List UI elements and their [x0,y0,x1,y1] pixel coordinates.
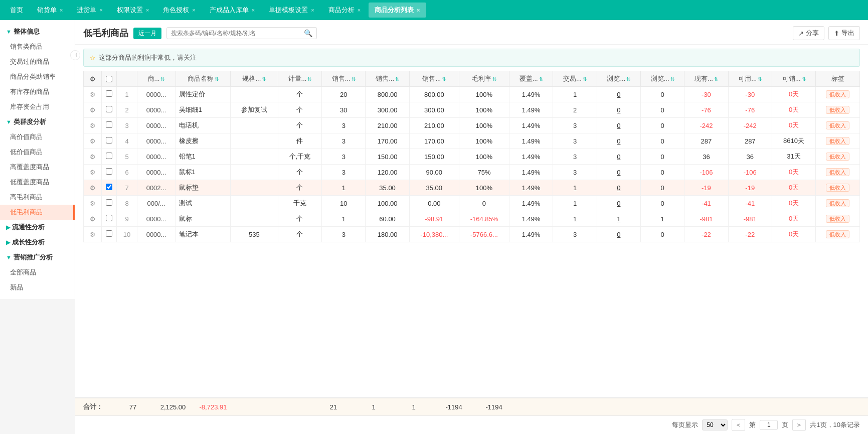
sidebar-item-high-coverage[interactable]: 高覆盖度商品 [0,160,75,175]
nav-close-purchase[interactable]: × [99,7,102,13]
sort-icon-code[interactable]: ⇅ [160,76,164,82]
row-checkbox[interactable] [106,215,112,221]
th-available[interactable]: 可用...⇅ [728,71,772,87]
nav-close-goods-analysis-list[interactable]: × [417,7,420,13]
sidebar-item-low-coverage[interactable]: 低覆盖度商品 [0,175,75,190]
next-page-button[interactable]: ＞ [792,419,806,431]
td-gear[interactable]: ⚙ [84,165,102,180]
sidebar-item-high-value[interactable]: 高价值商品 [0,129,75,144]
prev-page-button[interactable]: ＜ [732,419,745,431]
td-check[interactable] [102,133,117,149]
sidebar-item-high-margin[interactable]: 高毛利商品 [0,190,75,205]
td-name[interactable]: 鼠标垫 [176,180,230,196]
row-checkbox[interactable] [106,199,112,206]
th-sales-qty[interactable]: 销售...⇅ [322,71,366,87]
nav-close-product-in[interactable]: × [252,7,255,13]
nav-close-sales[interactable]: × [60,7,63,13]
sidebar-item-inventory-capital[interactable]: 库存资金占用 [0,99,75,114]
td-browse1[interactable]: 0 [597,227,640,242]
td-gear[interactable]: ⚙ [84,196,102,211]
nav-item-template[interactable]: 单据模板设置 × [263,3,320,18]
sort-icon-gross-rate[interactable]: ⇅ [492,76,496,82]
nav-item-home[interactable]: 首页 [4,3,29,18]
nav-close-permission[interactable]: × [146,7,149,13]
td-gear[interactable]: ⚙ [84,102,102,118]
td-gear[interactable]: ⚙ [84,87,102,102]
browse1-link[interactable]: 0 [617,153,620,161]
sort-icon-trade[interactable]: ⇅ [583,76,587,82]
sort-icon-saleable[interactable]: ⇅ [802,76,806,82]
nav-close-goods-analysis[interactable]: × [358,7,361,13]
th-sales-profit[interactable]: 销售...⇅ [409,71,459,87]
td-gear[interactable]: ⚙ [84,180,102,196]
th-current[interactable]: 现有...⇅ [684,71,728,87]
sidebar-item-in-stock-goods[interactable]: 有库存的商品 [0,84,75,99]
td-check[interactable] [102,87,117,102]
td-name[interactable]: 吴细细1 [176,102,230,118]
th-trade[interactable]: 交易...⇅ [553,71,597,87]
td-gear[interactable]: ⚙ [84,133,102,149]
sort-icon-sales-price[interactable]: ⇅ [395,76,399,82]
sidebar-item-new-goods[interactable]: 新品 [0,280,75,295]
sidebar-item-traded-goods[interactable]: 交易过的商品 [0,54,75,69]
browse1-link[interactable]: 0 [617,137,620,145]
sidebar-group-header-general[interactable]: ▼ 整体信息 [0,24,75,39]
row-checkbox[interactable] [106,168,112,175]
row-checkbox[interactable] [106,90,112,97]
td-browse1[interactable]: 0 [597,87,640,102]
sidebar-item-low-margin[interactable]: 低毛利商品 [0,205,75,220]
th-browse1[interactable]: 浏览...⇅ [597,71,640,87]
sidebar-group-header-growth[interactable]: ▶ 成长性分析 [0,235,75,250]
nav-item-product-in[interactable]: 产成品入库单 × [204,3,261,18]
nav-item-sales[interactable]: 销货单 × [31,3,69,18]
th-gross-rate[interactable]: 毛利率⇅ [459,71,509,87]
page-size-select[interactable]: 50 10 20 100 [702,419,728,430]
nav-item-goods-analysis[interactable]: 商品分析 × [322,3,367,18]
td-browse1[interactable]: 1 [597,211,640,227]
td-browse1[interactable]: 0 [597,118,640,133]
th-gear[interactable]: ⚙ [84,71,102,87]
row-checkbox[interactable] [106,137,112,143]
td-check[interactable] [102,196,117,211]
page-input[interactable] [760,420,778,430]
th-browse2[interactable]: 浏览...⇅ [640,71,684,87]
td-browse1[interactable]: 0 [597,149,640,165]
browse1-link[interactable]: 0 [617,200,620,207]
td-check[interactable] [102,180,117,196]
sidebar-group-header-marketing[interactable]: ▼ 营销推广分析 [0,250,75,265]
th-code[interactable]: 商...⇅ [137,71,176,87]
sort-icon-browse1[interactable]: ⇅ [626,76,630,82]
row-checkbox[interactable] [106,153,112,159]
browse1-link[interactable]: 1 [617,215,620,223]
sort-icon-unit[interactable]: ⇅ [307,76,311,82]
browse1-link[interactable]: 0 [617,169,620,176]
td-gear[interactable]: ⚙ [84,227,102,242]
td-name[interactable]: 笔记本 [176,227,230,242]
th-spec[interactable]: 规格...⇅ [230,71,278,87]
th-sales-price[interactable]: 销售...⇅ [366,71,409,87]
td-name[interactable]: 鼠标1 [176,165,230,180]
browse1-link[interactable]: 0 [617,106,620,114]
td-name[interactable]: 电话机 [176,118,230,133]
td-check[interactable] [102,227,117,242]
td-name[interactable]: 橡皮擦 [176,133,230,149]
sidebar-item-category-rate[interactable]: 商品分类助销率 [0,69,75,84]
sort-icon-name[interactable]: ⇅ [215,76,219,82]
sort-icon-sales-qty[interactable]: ⇅ [352,76,356,82]
td-browse1[interactable]: 0 [597,133,640,149]
th-unit[interactable]: 计量...⇅ [278,71,321,87]
td-gear[interactable]: ⚙ [84,149,102,165]
browse1-link[interactable]: 0 [617,231,620,238]
browse1-link[interactable]: 0 [617,91,620,98]
search-icon[interactable]: 🔍 [304,29,312,37]
td-gear[interactable]: ⚙ [84,118,102,133]
th-check[interactable] [102,71,117,87]
sort-icon-coverage[interactable]: ⇅ [539,76,543,82]
sidebar-group-header-cluster[interactable]: ▼ 类群度分析 [0,114,75,129]
td-browse1[interactable]: 0 [597,165,640,180]
td-browse1[interactable]: 0 [597,196,640,211]
sort-icon-spec[interactable]: ⇅ [262,76,266,82]
nav-item-role[interactable]: 角色授权 × [157,3,201,18]
filter-button[interactable]: 近一月 [133,28,161,39]
td-name[interactable]: 测试 [176,196,230,211]
